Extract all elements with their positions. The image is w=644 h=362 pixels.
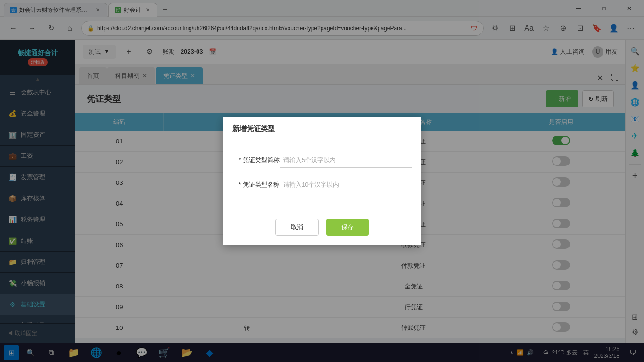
modal-body: * 凭证类型简称 * 凭证类型名称: [223, 141, 421, 213]
modal-header: 新增凭证类型: [223, 117, 421, 141]
save-button[interactable]: 保存: [326, 219, 369, 236]
modal-title: 新增凭证类型: [232, 124, 275, 132]
name-input[interactable]: [280, 177, 412, 192]
short-label: * 凭证类型简称: [232, 156, 280, 165]
form-row-name: * 凭证类型名称: [232, 177, 412, 192]
form-row-short: * 凭证类型简称: [232, 153, 412, 168]
modal-footer: 取消 保存: [223, 213, 421, 245]
modal-overlay: 新增凭证类型 * 凭证类型简称 * 凭证类型名称 取消 保存: [0, 0, 644, 362]
short-input[interactable]: [280, 153, 412, 168]
name-label: * 凭证类型名称: [232, 181, 280, 189]
add-voucher-modal: 新增凭证类型 * 凭证类型简称 * 凭证类型名称 取消 保存: [223, 117, 421, 245]
cancel-button[interactable]: 取消: [275, 219, 319, 236]
browser-frame: 会 好会计云财务软件管理系统_会计 ✕ 好 好会计 ✕ + — □ ✕ ← → …: [0, 0, 644, 362]
